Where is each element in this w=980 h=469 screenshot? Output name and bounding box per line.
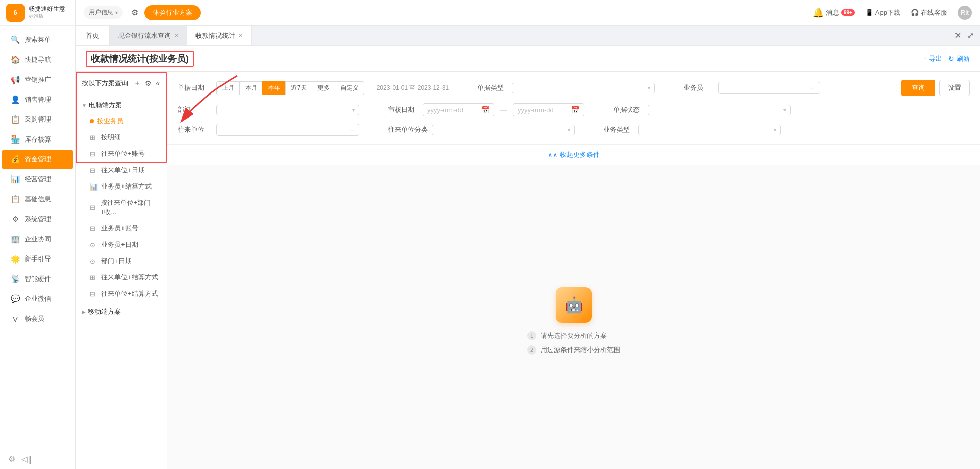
salesperson-select[interactable]: ··· — [718, 82, 820, 94]
member-icon: V — [10, 315, 20, 323]
scheme-salesperson-date-label: 业务员+日期 — [101, 240, 138, 249]
scheme-counterpart-date[interactable]: ⊟ 往来单位+日期 — [76, 162, 167, 178]
scheme-counterpart-settlement2[interactable]: ⊟ 往来单位+结算方式 — [76, 286, 167, 302]
active-dot — [90, 119, 94, 123]
tab-collection-stat[interactable]: 收款情况统计 ✕ — [187, 26, 252, 45]
mobile-scheme-label: 移动端方案 — [88, 307, 121, 316]
salesperson-more-icon: ··· — [811, 84, 816, 91]
sidebar-item-quick-nav[interactable]: 🏠 快捷导航 — [2, 50, 73, 69]
notification-label: 消息 — [826, 8, 839, 17]
set-button[interactable]: 设置 — [939, 80, 970, 96]
review-date-end[interactable]: yyyy-mm-dd 📅 — [513, 103, 584, 116]
counterpart-category-select[interactable]: ▾ — [432, 125, 575, 135]
collapse-sidebar-icon[interactable]: ◁‖ — [21, 454, 32, 464]
sidebar-item-enterprise[interactable]: 🏢 企业协同 — [2, 229, 73, 249]
scheme-settings-button[interactable]: ⚙ — [144, 78, 153, 88]
review-date-start[interactable]: yyyy-mm-dd 📅 — [423, 103, 494, 116]
scheme-salesperson-settlement[interactable]: 📊 业务员+结算方式 — [76, 178, 167, 195]
collapse-bar[interactable]: ∧∧ 收起更多条件 — [167, 145, 980, 165]
cta-button[interactable]: 体验行业方案 — [144, 5, 201, 20]
sidebar-item-enterprise-wechat[interactable]: 💬 企业微信 — [2, 289, 73, 309]
sidebar-item-member[interactable]: V 畅会员 — [2, 309, 73, 329]
scheme-counterpart-settlement1[interactable]: ⊞ 往来单位+结算方式 — [76, 269, 167, 286]
scheme-by-salesperson[interactable]: 按业务员 — [76, 113, 167, 129]
tab-bank-flow-close[interactable]: ✕ — [174, 32, 179, 39]
close-tab-icon[interactable]: ✕ — [952, 29, 963, 42]
scheme-salesperson-date[interactable]: ⊙ 业务员+日期 — [76, 237, 167, 253]
sidebar-item-search[interactable]: 🔍 搜索菜单 — [2, 30, 73, 50]
scheme-by-detail[interactable]: ⊞ 按明细 — [76, 129, 167, 146]
header-gear-icon[interactable]: ⚙ — [131, 8, 138, 17]
scheme-add-button[interactable]: ＋ — [133, 78, 142, 89]
doc-type-arrow: ▾ — [648, 85, 650, 91]
this-month-btn[interactable]: 本月 — [239, 81, 262, 95]
dept-select[interactable]: ▾ — [216, 105, 359, 115]
tab-controls: ✕ ⤢ — [948, 26, 980, 45]
app-download-label: App下载 — [875, 8, 900, 17]
last-7-days-btn[interactable]: 近7天 — [285, 81, 312, 95]
scheme-salesperson-account-label: 业务员+账号 — [101, 224, 138, 233]
bell-icon: 🔔 — [813, 7, 824, 18]
page-area: 收款情况统计(按业务员) ↑ 导出 ↻ 刷新 按以下方案查询 ＋ — [76, 46, 980, 469]
filter-row-2: 部门 ▾ 审核日期 yyyy-mm-dd 📅 — — [178, 103, 970, 116]
sidebar-item-smart-hardware[interactable]: 📡 智能硬件 — [2, 269, 73, 289]
query-button[interactable]: 查询 — [901, 80, 935, 96]
tab-home-label: 首页 — [86, 31, 99, 40]
sidebar-item-label-enterprise-wechat: 企业微信 — [24, 294, 51, 303]
scheme-counterpart-dept[interactable]: ⊟ 按往来单位+部门+收... — [76, 195, 167, 220]
mobile-scheme-group: ▶ 移动端方案 — [76, 304, 167, 319]
export-button[interactable]: ↑ 导出 — [923, 54, 942, 63]
counterpart-account-icon: ⊟ — [90, 150, 98, 158]
mobile-scheme-header[interactable]: ▶ 移动端方案 — [76, 304, 167, 319]
business-type-select[interactable]: ▾ — [638, 125, 781, 135]
sidebar-item-sales[interactable]: 👤 销售管理 — [2, 90, 73, 109]
counterpart-select[interactable]: ··· — [216, 124, 359, 136]
user-dropdown-icon: ▾ — [115, 10, 118, 15]
header-right: 🔔 消息 99+ 📱 App下载 🎧 在线客服 Rit — [813, 6, 972, 20]
detail-icon: ⊞ — [90, 134, 98, 142]
tab-bank-flow[interactable]: 现金银行流水查询 ✕ — [110, 26, 187, 45]
scheme-counterpart-account[interactable]: ⊟ 往来单位+账号 — [76, 146, 167, 162]
user-info-button[interactable]: 用户信息 ▾ — [84, 6, 123, 19]
custom-date-btn[interactable]: 自定义 — [335, 81, 364, 95]
page-actions: ↑ 导出 ↻ 刷新 — [923, 54, 970, 63]
refresh-button[interactable]: ↻ 刷新 — [948, 54, 970, 63]
sidebar-item-operations[interactable]: 📊 经营管理 — [2, 170, 73, 189]
filter-row-3: 往来单位 ··· 往来单位分类 ▾ — [178, 124, 970, 136]
sidebar-item-system[interactable]: ⚙ 系统管理 — [2, 209, 73, 229]
sidebar-item-warehouse[interactable]: 🏪 库存核算 — [2, 130, 73, 149]
user-avatar[interactable]: Rit — [958, 6, 972, 20]
pc-scheme-header[interactable]: ▼ 电脑端方案 — [76, 98, 167, 113]
sidebar-item-beginner[interactable]: 🌟 新手引导 — [2, 249, 73, 269]
scheme-collapse-button[interactable]: « — [155, 78, 161, 88]
customer-service-button[interactable]: 🎧 在线客服 — [911, 8, 947, 17]
tab-collection-stat-close[interactable]: ✕ — [238, 32, 243, 39]
doc-status-label: 单据状态 — [613, 105, 644, 114]
scheme-panel: 按以下方案查询 ＋ ⚙ « ▼ 电脑端方案 — [76, 72, 167, 469]
service-label: 在线客服 — [921, 8, 947, 17]
this-year-btn[interactable]: 本年 — [262, 81, 285, 95]
app-download-button[interactable]: 📱 App下载 — [865, 8, 900, 17]
tab-home[interactable]: 首页 — [76, 26, 110, 45]
settings-icon[interactable]: ⚙ — [8, 454, 15, 464]
last-month-btn[interactable]: 上月 — [216, 81, 239, 95]
counterpart-more-dots: ··· — [350, 126, 355, 133]
scheme-counterpart-settlement1-label: 往来单位+结算方式 — [101, 273, 158, 282]
sidebar-item-marketing[interactable]: 📢 营销推广 — [2, 70, 73, 89]
scheme-dept-date[interactable]: ⊙ 部门+日期 — [76, 253, 167, 269]
sidebar-item-label-beginner: 新手引导 — [24, 254, 51, 264]
sidebar-item-finance[interactable]: 💰 资金管理 — [2, 150, 73, 169]
notification-button[interactable]: 🔔 消息 99+ — [813, 7, 855, 18]
mobile-group-chevron: ▶ — [82, 309, 86, 315]
expand-icon[interactable]: ⤢ — [965, 29, 976, 42]
scheme-salesperson-account[interactable]: ⊟ 业务员+账号 — [76, 220, 167, 237]
doc-status-select[interactable]: ▾ — [648, 105, 791, 115]
export-label: 导出 — [929, 54, 942, 63]
user-text: 用户信息 — [89, 8, 113, 17]
doc-type-select[interactable]: ▾ — [512, 83, 655, 93]
salesperson-settlement-icon: 📊 — [90, 183, 98, 191]
sidebar-item-purchase[interactable]: 📋 采购管理 — [2, 110, 73, 129]
sidebar-item-basic-info[interactable]: 📋 基础信息 — [2, 190, 73, 209]
warehouse-icon: 🏪 — [10, 135, 20, 144]
more-date-btn[interactable]: 更多 — [312, 81, 335, 95]
